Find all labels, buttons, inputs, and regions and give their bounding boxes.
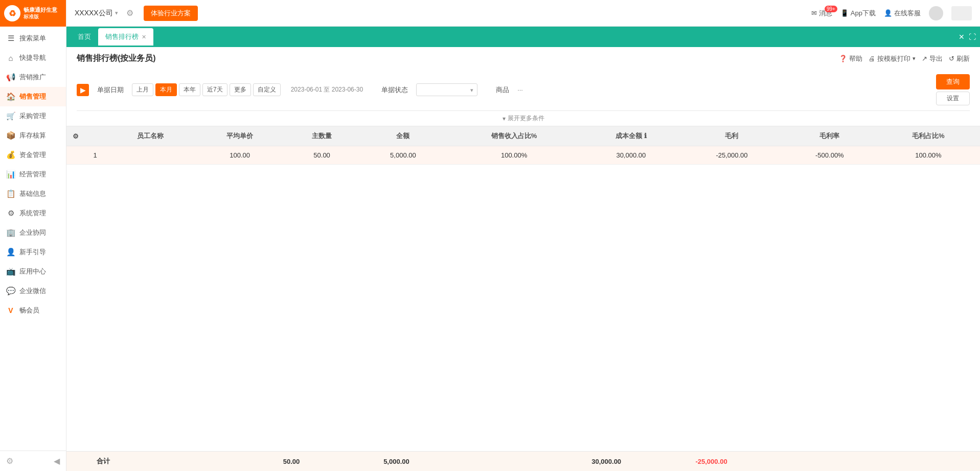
- company-selector[interactable]: XXXXX公司 ▾: [75, 9, 118, 18]
- app-icon: 📱: [840, 9, 849, 17]
- expand-conditions-button[interactable]: ▾ 展开更多条件: [503, 114, 544, 123]
- date-btn-this-month[interactable]: 本月: [155, 83, 177, 96]
- main-area: XXXXX公司 ▾ ⚙ 体验行业方案 ✉ 消息 99+ 📱 App下载 👤 在线…: [66, 0, 980, 471]
- goods-filter-more[interactable]: ···: [517, 86, 523, 94]
- tab-close-all-icon[interactable]: ✕: [959, 33, 965, 41]
- sidebar-item-sales[interactable]: 🏠 销售管理: [0, 87, 66, 106]
- sidebar-item-search-order[interactable]: ☰ 搜索菜单: [0, 29, 66, 48]
- message-badge: 99+: [825, 6, 837, 12]
- topbar-right: ✉ 消息 99+ 📱 App下载 👤 在线客服: [811, 6, 972, 20]
- date-filter-label: 单据日期: [97, 85, 124, 95]
- sidebar-item-purchase[interactable]: 🛒 采购管理: [0, 106, 66, 126]
- table-container: ⚙ 员工名称 平均单价 主数量 全额 销售收入占比% 成本全额 ℹ 毛利 毛利率…: [66, 126, 980, 451]
- sidebar-item-enterprise[interactable]: 🏢 企业协同: [0, 223, 66, 242]
- app-center-icon: 📺: [6, 267, 15, 276]
- sidebar-item-guide[interactable]: 👤 新手引导: [0, 242, 66, 262]
- help-button[interactable]: ❓ 帮助: [839, 54, 862, 63]
- date-btn-more[interactable]: 更多: [230, 83, 251, 96]
- query-button[interactable]: 查询: [936, 74, 970, 89]
- date-buttons: 上月 本月 本年 近7天 更多 自定义: [132, 83, 281, 96]
- help-icon: ❓: [839, 55, 847, 62]
- service-label: 在线客服: [894, 9, 921, 18]
- cell-quantity: 50.00: [285, 146, 359, 165]
- sidebar-nav: ☰ 搜索菜单 ⌂ 快捷导航 📢 营销推广 🏠 销售管理 🛒 采购管理 📦 库存核…: [0, 27, 66, 451]
- table-body: 1 100.00 50.00 5,000.00 100.00% 30,000.0…: [66, 146, 980, 165]
- date-btn-this-year[interactable]: 本年: [179, 83, 200, 96]
- date-btn-last-month[interactable]: 上月: [132, 83, 153, 96]
- tab-sales-rank-label: 销售排行榜: [105, 32, 139, 41]
- export-button[interactable]: ↗ 导出: [922, 54, 943, 63]
- footer-gross-val: -25,000.00: [659, 458, 764, 465]
- sidebar-bottom: ⚙ ◀: [0, 451, 66, 471]
- goods-filter-label: 商品: [496, 85, 509, 95]
- sidebar-item-inventory[interactable]: 📦 库存核算: [0, 126, 66, 145]
- table-header: ⚙ 员工名称 平均单价 主数量 全额 销售收入占比% 成本全额 ℹ 毛利 毛利率…: [66, 126, 980, 146]
- refresh-icon: ↺: [949, 55, 954, 62]
- filter-row: ▶ 单据日期 上月 本月 本年 近7天 更多 自定义 2023-06-01 至 …: [77, 69, 970, 110]
- expand-row: ▾ 展开更多条件: [77, 110, 970, 126]
- marketing-icon: 📢: [6, 73, 15, 82]
- online-service-button[interactable]: 👤 在线客服: [884, 9, 921, 18]
- data-table: ⚙ 员工名称 平均单价 主数量 全额 销售收入占比% 成本全额 ℹ 毛利 毛利率…: [66, 126, 980, 165]
- col-cost: 成本全额 ℹ: [581, 126, 681, 146]
- sidebar-item-wechat[interactable]: 💬 企业微信: [0, 281, 66, 301]
- topbar-settings-icon[interactable]: ⚙: [126, 8, 133, 18]
- search-order-icon: ☰: [6, 34, 15, 43]
- sidebar-item-quick-nav[interactable]: ⌂ 快捷导航: [0, 48, 66, 68]
- date-btn-custom[interactable]: 自定义: [253, 83, 281, 96]
- avatar[interactable]: [929, 6, 943, 20]
- table-settings-button[interactable]: 设置: [936, 92, 970, 105]
- print-button[interactable]: 🖨 按模板打印 ▾: [869, 54, 916, 63]
- status-select[interactable]: [416, 83, 477, 96]
- status-filter-label: 单据状态: [381, 85, 408, 95]
- cell-cost: 30,000.00: [581, 146, 681, 165]
- tab-home[interactable]: 首页: [71, 28, 98, 46]
- col-gross: 毛利: [681, 126, 783, 146]
- col-gross-ratio: 毛利占比%: [877, 126, 980, 146]
- logo-sub: 标准版: [24, 13, 57, 20]
- sidebar-item-member[interactable]: V 畅会员: [0, 301, 66, 320]
- sidebar-item-basic-info[interactable]: 📋 基础信息: [0, 184, 66, 204]
- footer-quantity-val: 50.00: [239, 458, 344, 465]
- print-icon: 🖨: [869, 55, 875, 62]
- member-icon: V: [6, 306, 15, 315]
- finance-icon: 💰: [6, 150, 15, 160]
- sidebar-collapse-icon[interactable]: ◀: [54, 456, 60, 466]
- refresh-button[interactable]: ↺ 刷新: [949, 54, 970, 63]
- sidebar-item-label: 快捷导航: [19, 53, 46, 62]
- app-download-button[interactable]: 📱 App下载: [840, 9, 876, 18]
- sidebar-logo: ♻ 畅康通好生意 标准版: [0, 0, 66, 27]
- cell-gross-rate: -500.00%: [783, 146, 877, 165]
- message-button[interactable]: ✉ 消息 99+: [811, 9, 832, 18]
- sidebar-item-label: 采购管理: [19, 111, 46, 121]
- wechat-icon: 💬: [6, 286, 15, 296]
- sidebar: ♻ 畅康通好生意 标准版 ☰ 搜索菜单 ⌂ 快捷导航 📢 营销推广 🏠 销售管理…: [0, 0, 66, 471]
- inventory-icon: 📦: [6, 131, 15, 140]
- cell-settings: [66, 146, 85, 165]
- cell-gross-ratio: 100.00%: [877, 146, 980, 165]
- filter-toggle-button[interactable]: ▶: [77, 84, 89, 96]
- sidebar-item-finance[interactable]: 💰 资金管理: [0, 145, 66, 165]
- cell-gross: -25,000.00: [681, 146, 783, 165]
- app-label: App下载: [851, 9, 876, 18]
- tab-sales-rank[interactable]: 销售排行榜 ✕: [98, 28, 153, 46]
- filter-section: ▶ 单据日期 上月 本月 本年 近7天 更多 自定义 2023-06-01 至 …: [77, 69, 970, 126]
- sidebar-settings-icon[interactable]: ⚙: [6, 456, 13, 466]
- footer-cost-val: 30,000.00: [554, 458, 659, 465]
- system-icon: ⚙: [6, 209, 15, 218]
- expand-icon: ▾: [503, 115, 506, 122]
- col-name: 员工名称: [105, 126, 195, 146]
- col-settings[interactable]: ⚙: [66, 126, 85, 146]
- sidebar-item-marketing[interactable]: 📢 营销推广: [0, 68, 66, 87]
- sidebar-item-app-center[interactable]: 📺 应用中心: [0, 262, 66, 281]
- print-caret-icon: ▾: [913, 55, 916, 62]
- sidebar-item-label: 新手引导: [19, 248, 46, 257]
- sidebar-item-operations[interactable]: 📊 经营管理: [0, 165, 66, 184]
- tab-maximize-icon[interactable]: ⛶: [969, 33, 976, 41]
- sidebar-item-system[interactable]: ⚙ 系统管理: [0, 204, 66, 223]
- tab-close-icon[interactable]: ✕: [142, 34, 146, 40]
- date-range-display: 2023-06-01 至 2023-06-30: [291, 85, 363, 94]
- date-btn-7days[interactable]: 近7天: [202, 83, 227, 96]
- trial-button[interactable]: 体验行业方案: [144, 6, 198, 21]
- sidebar-item-label: 畅会员: [19, 306, 39, 315]
